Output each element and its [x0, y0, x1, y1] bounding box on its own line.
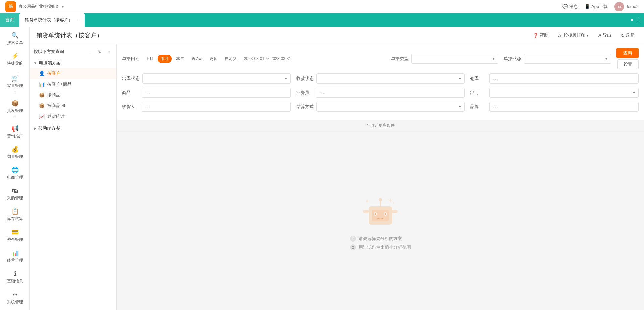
filter-cell-dept: 部门 ▾ — [470, 88, 639, 98]
status-dropdown-icon: ▾ — [605, 57, 607, 61]
app-download-btn[interactable]: 📱 App下载 — [585, 4, 608, 10]
close-window-icon[interactable]: ✕ — [630, 17, 634, 23]
scheme-item-refund[interactable]: 📈 退货统计 — [30, 111, 116, 122]
brand-input[interactable]: ··· — [489, 102, 639, 112]
sidebar-item-enterprise[interactable]: 🏢 企业协同 — [0, 308, 29, 310]
date-tab-last-7[interactable]: 近7天 — [189, 55, 205, 63]
delivery-input[interactable]: ▾ — [142, 73, 291, 84]
sidebar-item-sales-label: 销售管理 — [7, 154, 23, 160]
scheme-item-by-goods[interactable]: 📦 按商品 — [30, 90, 116, 100]
date-tab-this-month[interactable]: 本月 — [158, 55, 172, 63]
empty-tip-1: 1 请先选择要分析的方案 — [350, 236, 411, 242]
date-tab-this-year[interactable]: 本年 — [173, 55, 187, 63]
sidebar-item-basic-label: 基础信息 — [7, 278, 23, 284]
download-icon: 📱 — [585, 4, 590, 9]
filter-cell-settlement: 结算方式 ▾ — [296, 102, 465, 112]
scheme-group-desktop-title[interactable]: ▼ 电脑端方案 — [30, 58, 116, 68]
help-btn[interactable]: ❓ 帮助 — [530, 31, 551, 40]
scheme-edit-btn[interactable]: ✎ — [96, 48, 103, 55]
sidebar-item-purchase[interactable]: 🛍 采购管理 — [0, 184, 29, 204]
sidebar-item-ecommerce-label: 电商管理 — [7, 175, 23, 180]
export-icon: ↗ — [598, 33, 601, 38]
sidebar-item-wholesale[interactable]: 📦 批发管理 ▲ — [0, 96, 29, 121]
filter-cell-type: 单据类型 ▾ — [391, 54, 498, 64]
settlement-input[interactable]: ▾ — [316, 102, 465, 112]
help-icon: ❓ — [533, 33, 538, 38]
refresh-btn[interactable]: ↻ 刷新 — [618, 31, 637, 40]
sidebar-item-inventory[interactable]: 📋 库存核算 — [0, 204, 29, 225]
wholesale-icon: 📦 — [11, 100, 19, 107]
sidebar-item-sales[interactable]: 💰 销售管理 — [0, 142, 29, 163]
dept-input[interactable]: ▾ — [489, 88, 639, 98]
tab-sales-stats[interactable]: 销货单统计表（按客户） ✕ — [19, 13, 85, 27]
collapse-bar[interactable]: ⌃ 收起更多条件 — [117, 120, 644, 132]
message-btn[interactable]: 💬 消息 — [562, 4, 578, 10]
sidebar-item-basic[interactable]: ℹ 基础信息 — [0, 267, 29, 288]
date-tab-more[interactable]: 更多 — [206, 55, 220, 63]
goods-input[interactable]: ··· — [142, 88, 291, 98]
filter-cell-staff: 业务员 ··· — [296, 88, 465, 98]
sidebar-item-wholesale-label: 批发管理 — [7, 108, 23, 114]
type-input[interactable]: ▾ — [411, 54, 498, 64]
svg-rect-1 — [372, 210, 389, 221]
payment-input[interactable]: ▾ — [316, 73, 465, 84]
scheme-item-by-customer-goods[interactable]: 📊 按客户+商品 — [30, 79, 116, 90]
status-input[interactable]: ▾ — [524, 54, 611, 64]
collapse-left-icon: « — [107, 49, 110, 54]
date-tab-custom[interactable]: 自定义 — [222, 55, 240, 63]
tip-num-2: 2 — [350, 244, 356, 250]
filter-cell-delivery: 出库状态 ▾ — [122, 73, 291, 84]
collapse-up-icon: ⌃ — [366, 123, 369, 128]
scheme-add-btn[interactable]: + — [86, 48, 94, 55]
edit-icon: ✎ — [97, 49, 101, 54]
tip-num-1: 1 — [350, 236, 356, 242]
empty-illustration — [360, 191, 400, 231]
scheme-item-by-customer[interactable]: 👤 按客户 — [30, 68, 116, 79]
export-btn[interactable]: ↗ 导出 — [595, 31, 614, 40]
warehouse-input[interactable]: ··· — [489, 73, 639, 84]
recipient-input[interactable]: ··· — [142, 102, 291, 112]
scheme-group-mobile-title[interactable]: ▶ 移动端方案 — [30, 123, 116, 133]
sidebar-item-ecommerce[interactable]: 🌐 电商管理 — [0, 163, 29, 184]
tab-close-icon[interactable]: ✕ — [76, 18, 79, 22]
user-avatar: Ea — [614, 2, 624, 11]
scheme-item-by-goods-99[interactable]: 📦 按商品99 — [30, 100, 116, 111]
filter-cell-brand: 品牌 ··· — [470, 102, 639, 112]
sidebar-item-operations[interactable]: 📊 经营管理 — [0, 246, 29, 267]
date-filter: 单据日期 上月 本月 本年 近7天 更多 自定义 2023-03-01 至 20… — [122, 55, 386, 63]
sidebar-item-quicknav[interactable]: ⚡ 快捷导航 — [0, 49, 29, 70]
user-profile[interactable]: Ea demo2 — [614, 2, 639, 11]
staff-label: 业务员 — [296, 90, 313, 96]
dept-label: 部门 — [470, 90, 487, 96]
operations-icon: 📊 — [11, 249, 19, 257]
filter-cell-status: 单据状态 ▾ — [504, 54, 611, 64]
print-label: 按模板打印 — [564, 32, 585, 38]
filter-row-2: 出库状态 ▾ 收款状态 ▾ — [122, 73, 639, 84]
tab-home[interactable]: 首页 — [0, 13, 19, 27]
filter-cell-goods: 商品 ··· — [122, 88, 291, 98]
right-panel: 单据日期 上月 本月 本年 近7天 更多 自定义 2023-03-01 至 20… — [117, 44, 644, 310]
delivery-dropdown-icon: ▾ — [285, 76, 287, 81]
finance-icon: 💳 — [11, 228, 19, 236]
sidebar-item-retail-label: 零售管理 — [7, 83, 23, 89]
page-body: 按以下方案查询 + ✎ « — [30, 44, 644, 310]
retail-arrow-icon: ▲ — [14, 90, 17, 93]
app-dropdown-icon[interactable]: ▾ — [62, 4, 64, 9]
settings-button[interactable]: 设置 — [617, 59, 639, 69]
print-btn[interactable]: 🖨 按模板打印 ▾ — [555, 31, 591, 40]
scheme-item-by-goods-label: 按商品 — [47, 92, 60, 98]
sidebar-item-finance[interactable]: 💳 资金管理 — [0, 225, 29, 246]
sidebar-item-marketing[interactable]: 📢 营销推广 — [0, 121, 29, 142]
sidebar-item-system[interactable]: ⚙ 系统管理 — [0, 288, 29, 308]
maximize-icon[interactable]: ⛶ — [637, 17, 641, 23]
staff-input[interactable]: ··· — [316, 88, 465, 98]
scheme-collapse-btn[interactable]: « — [105, 48, 112, 55]
group-expand-icon: ▼ — [34, 61, 37, 65]
date-tab-last-month[interactable]: 上月 — [142, 55, 156, 63]
export-label: 导出 — [603, 32, 611, 38]
sales-icon: 💰 — [11, 146, 19, 153]
sidebar-item-retail[interactable]: 🛒 零售管理 ▲ — [0, 71, 29, 96]
type-label: 单据类型 — [391, 56, 409, 62]
query-button[interactable]: 查询 — [616, 48, 639, 58]
sidebar-item-search[interactable]: 🔍 搜索菜单 — [0, 28, 29, 49]
